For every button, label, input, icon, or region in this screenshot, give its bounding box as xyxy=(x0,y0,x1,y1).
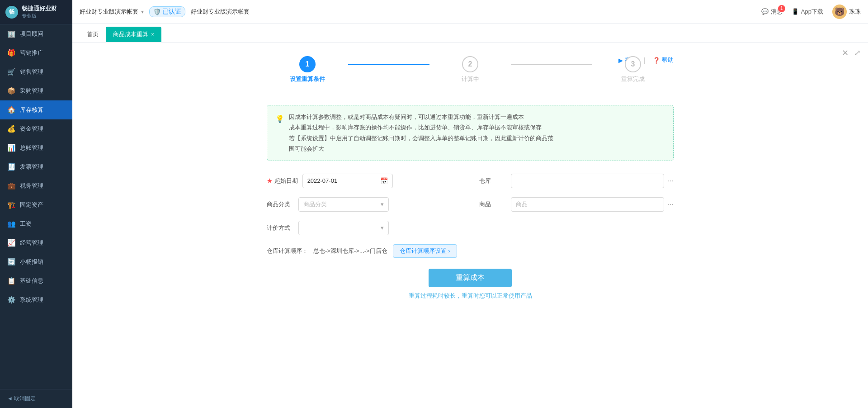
warehouse-order-row: 仓库计算顺序： 总仓->深圳仓库->...->门店仓 仓库计算顺序设置 › xyxy=(267,244,674,258)
sidebar-item-label: 系统管理 xyxy=(20,296,43,304)
required-star: ★ xyxy=(267,177,274,184)
sidebar-item-tax[interactable]: 💼 税务管理 xyxy=(0,176,72,195)
info-line-1: 因成本计算参数调整，或是对商品成本有疑问时，可以通过本重算功能，重新计算一遍成本 xyxy=(289,112,553,122)
tab-close-icon[interactable]: × xyxy=(151,31,154,38)
tabs-bar: 首页 商品成本重算 × xyxy=(72,24,868,43)
sidebar-item-expense[interactable]: 🔄 小畅报销 xyxy=(0,252,72,271)
sidebar-item-label: 项目顾问 xyxy=(20,30,43,38)
content-inner: 1 设置重算条件 2 计算中 3 xyxy=(72,43,868,408)
message-button[interactable]: 💬 消息 1 xyxy=(761,8,783,16)
expense-icon: 🔄 xyxy=(7,258,15,266)
sidebar-logo-text: 畅捷通好业财 专业版 xyxy=(22,5,57,19)
info-box: 💡 因成本计算参数调整，或是对商品成本有疑问时，可以通过本重算功能，重新计算一遍… xyxy=(267,105,674,161)
sidebar-item-basic[interactable]: 📋 基础信息 xyxy=(0,271,72,290)
app-download-button[interactable]: 📱 App下载 xyxy=(792,8,823,16)
verified-label: 已认证 xyxy=(162,8,181,16)
username-label: 珠珠 xyxy=(849,8,861,16)
salary-icon: 👥 xyxy=(7,220,15,228)
message-badge: 1 xyxy=(778,5,785,12)
product-placeholder: 商品 xyxy=(516,200,528,209)
category-chevron-icon: ▾ xyxy=(381,201,384,208)
info-bulb-icon: 💡 xyxy=(275,113,284,154)
shield-icon: 🛡️ xyxy=(153,8,161,15)
product-input[interactable]: 商品 xyxy=(511,197,664,212)
mobile-icon: 📱 xyxy=(792,8,799,15)
step-line-2 xyxy=(511,64,592,65)
steps-section: 1 设置重算条件 2 计算中 3 xyxy=(267,56,674,94)
account-chevron-icon: ▾ xyxy=(141,9,144,15)
pricing-field: 计价方式 ▾ xyxy=(267,221,461,235)
play-icon: ▶ xyxy=(618,57,623,64)
step-2-circle: 2 xyxy=(462,56,478,72)
pricing-select[interactable]: ▾ xyxy=(298,221,389,235)
step-2-label: 计算中 xyxy=(462,75,479,83)
main-area: 好业财专业版演示帐套 ▾ 🛡️ 已认证 好业财专业版演示帐套 💬 消息 1 📱 … xyxy=(72,0,868,408)
form-row-3: 计价方式 ▾ xyxy=(267,221,674,235)
tax-icon: 💼 xyxy=(7,182,15,190)
sidebar-item-salary[interactable]: 👥 工资 xyxy=(0,214,72,233)
sidebar-item-assets[interactable]: 🏗️ 固定资产 xyxy=(0,195,72,214)
calendar-icon[interactable]: 📅 xyxy=(380,177,388,185)
account-name: 好业财专业版演示帐套 xyxy=(80,8,138,16)
invoice-icon: 🧾 xyxy=(7,163,15,171)
sidebar-item-project[interactable]: 🏢 项目顾问 xyxy=(0,24,72,43)
verified-badge: 🛡️ 已认证 xyxy=(149,6,185,17)
help-link[interactable]: ❓ 帮助 xyxy=(653,56,674,64)
sidebar-item-accounting[interactable]: 📊 总账管理 xyxy=(0,138,72,157)
category-select[interactable]: 商品分类 ▾ xyxy=(298,197,389,212)
cost-recalc-tab-label: 商品成本重算 xyxy=(113,30,148,38)
sidebar-item-purchase[interactable]: 📦 采购管理 xyxy=(0,81,72,100)
sidebar-item-marketing[interactable]: 🎁 营销推广 xyxy=(0,43,72,62)
start-date-input[interactable]: 2022-07-01 📅 xyxy=(302,174,393,188)
app-download-label: App下载 xyxy=(801,8,823,16)
recalc-label: 重算成本 xyxy=(456,274,485,281)
form-container: ★ 起始日期 2022-07-01 📅 仓库 xyxy=(267,174,674,300)
sidebar-item-system[interactable]: ⚙️ 系统管理 xyxy=(0,290,72,309)
category-placeholder: 商品分类 xyxy=(303,200,327,209)
content-wrapper: ✕ ⤢ 1 设置重算条件 2 xyxy=(72,43,868,408)
user-avatar-area[interactable]: 🐻 珠珠 xyxy=(832,5,861,19)
step-2: 2 计算中 xyxy=(429,56,511,83)
account-selector[interactable]: 好业财专业版演示帐套 ▾ xyxy=(80,8,144,16)
warehouse-more-icon[interactable]: ··· xyxy=(668,177,674,185)
marketing-icon: 🎁 xyxy=(7,49,15,57)
info-line-2: 成本重算过程中，影响库存账的操作均不能操作，比如进货单、销货单、库存单据不能审核… xyxy=(289,122,553,133)
sidebar-unpin-button[interactable]: ◄ 取消固定 xyxy=(0,389,72,408)
sidebar-item-label: 销售管理 xyxy=(20,68,43,76)
help-circle-icon: ❓ xyxy=(653,57,660,64)
sidebar-item-invoice[interactable]: 🧾 发票管理 xyxy=(0,157,72,176)
sidebar-item-inventory[interactable]: 🏠 库存核算 xyxy=(0,100,72,119)
recalc-note: 重算过程耗时较长，重算时您可以正常使用产品 xyxy=(409,292,532,300)
sidebar-item-label: 税务管理 xyxy=(20,182,43,190)
finance-icon: 💰 xyxy=(7,125,15,133)
purchase-icon: 📦 xyxy=(7,87,15,95)
start-date-value: 2022-07-01 xyxy=(307,177,338,184)
pricing-chevron-icon: ▾ xyxy=(381,224,384,231)
start-date-label: ★ 起始日期 xyxy=(267,177,298,185)
help-label: 帮助 xyxy=(662,56,674,64)
warehouse-input[interactable] xyxy=(511,174,664,188)
step-3-circle: 3 xyxy=(625,56,641,72)
recalc-button[interactable]: 重算成本 xyxy=(429,269,512,287)
product-field: 商品 商品 ··· xyxy=(479,197,674,212)
app-edition: 专业版 xyxy=(22,13,57,19)
topbar-right: 💬 消息 1 📱 App下载 🐻 珠珠 xyxy=(761,5,861,19)
tab-home[interactable]: 首页 xyxy=(80,27,106,42)
app-logo-icon: 畅 xyxy=(5,6,18,19)
sidebar-item-business[interactable]: 📈 经营管理 xyxy=(0,233,72,252)
warehouse-order-settings-button[interactable]: 仓库计算顺序设置 › xyxy=(393,244,457,258)
tab-cost-recalc[interactable]: 商品成本重算 × xyxy=(106,27,161,42)
sidebar-item-sales[interactable]: 🛒 销售管理 xyxy=(0,62,72,81)
sidebar-item-finance[interactable]: 💰 资金管理 xyxy=(0,119,72,138)
warehouse-input-area: ··· xyxy=(511,174,674,188)
sales-icon: 🛒 xyxy=(7,68,15,76)
product-label-text: 商品 xyxy=(479,200,506,209)
inventory-icon: 🏠 xyxy=(7,106,15,114)
verified-account-name: 好业财专业版演示帐套 xyxy=(191,8,250,16)
sidebar-item-label: 发票管理 xyxy=(20,163,43,171)
warehouse-order-label: 仓库计算顺序： xyxy=(267,247,308,255)
sidebar-item-label: 总账管理 xyxy=(20,144,43,152)
user-avatar: 🐻 xyxy=(832,5,847,19)
product-more-icon[interactable]: ··· xyxy=(668,200,674,209)
sidebar-item-label: 小畅报销 xyxy=(20,258,43,266)
